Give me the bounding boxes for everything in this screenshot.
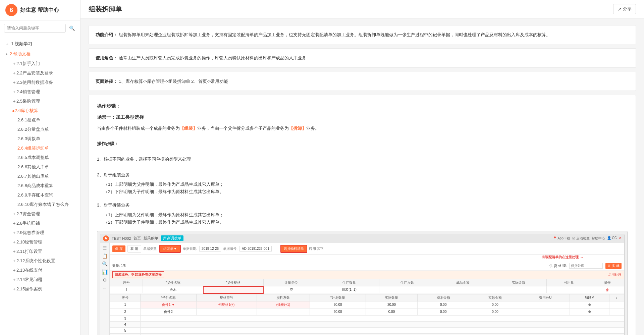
mock-type-select: 单据类型:: [143, 246, 158, 251]
mock-logo: 6: [103, 235, 109, 241]
sidebar-item-cost-adj[interactable]: 2.6.5成本调整单: [0, 153, 80, 162]
toggle-icon: ＋: [12, 258, 16, 264]
sidebar-item-mobile[interactable]: ＋ 2.8手机旺铺: [0, 219, 80, 228]
step3: 3、对于拆装业务: [97, 201, 628, 209]
toggle-icon: ＋: [12, 239, 16, 245]
step2: 2、对于组装业务: [97, 171, 628, 179]
share-button[interactable]: ↗ 分享: [613, 4, 636, 14]
mock-toolbar: 保 存 取 消 单据类型: 组装单▼ 单据日期: 2019-12-26 单据编号…: [110, 243, 624, 255]
mock-date-label: 单据日期:: [183, 246, 197, 251]
annotation1-text: 有装配清单的在这里处理: [542, 255, 579, 260]
mock-qty-label: 数量: 1/6: [112, 264, 125, 268]
search-button[interactable]: 🔍: [68, 25, 76, 32]
sidebar-item-ops[interactable]: ＋ 2.10经营管理: [0, 237, 80, 247]
sidebar-item-assembly[interactable]: 2.6.4组装拆卸单: [0, 144, 80, 153]
mock-topright: 📍 App下载 ☑ 启动检查 帮助中心 👤 CC ✕: [553, 236, 622, 241]
step3-list: （1）上部明细为父件明细，最终作为原材料生成其它出库单； （2）下部明细为子件明…: [97, 212, 628, 225]
role-text: 通常由生产人员或库管人员完成拆装业务的操作，库管人员确认原材料的出库和产成品的入…: [119, 55, 306, 60]
mock-cancel-btn[interactable]: 取 消: [127, 245, 141, 253]
mock-no-label: 单据编号:: [223, 246, 237, 251]
steps-block: 操作步骤： 场景一：加工类型选择 当由多个子件材料组装成一个成品的业务为【组装】…: [89, 95, 636, 335]
toggle-icon: ●: [12, 108, 15, 113]
mock-annot2-row: 组装业务、拆卸业务在这里选择 启用处理: [110, 271, 624, 279]
mock-nav2: 新采购单: [144, 236, 158, 241]
toggle-icon: ＋: [12, 220, 16, 226]
sidebar-item-cost-recalc[interactable]: 2.6.8商品成本重算: [0, 181, 80, 190]
top-bar: 组装拆卸单 ↗ 分享: [80, 0, 644, 18]
mock-annot1-row: 有装配清单的在这里处理 →: [110, 255, 624, 262]
sidebar-item-sales[interactable]: ＋ 2.4销售管理: [0, 87, 80, 97]
toggle-icon: ＋: [12, 211, 16, 217]
mock-annotation1-area: 选择物料清单 启 用 其它: [280, 245, 324, 253]
step2-list: （1）上部明细为父件明细，最终作为产成品生成其它入库单； （2）下部明细为子件明…: [97, 181, 628, 195]
sidebar-item-install[interactable]: ＋ 2.2产品安装及登录: [0, 68, 80, 78]
sidebar-item-partial-stock[interactable]: 2.6.2分量盘点单: [0, 125, 80, 134]
sidebar-label-video: 1.视频学习: [11, 41, 32, 47]
search-box: 🔍: [0, 20, 80, 36]
sidebar-item-video[interactable]: ＋ 1.视频学习: [0, 39, 80, 49]
sidebar-item-finance[interactable]: ＋ 2.7资金管理: [0, 209, 80, 219]
role-card: 使用角色： 通常由生产人员或库管人员完成拆装业务的操作，库管人员确认原材料的出库…: [89, 48, 636, 67]
sidebar-item-other-out[interactable]: 2.6.7其他出库单: [0, 172, 80, 181]
sidebar-item-newbie[interactable]: ＋ 2.1新手入门: [0, 59, 80, 68]
share-icon: ↗: [618, 6, 622, 12]
scenario1-title: 场景一：加工类型选择: [97, 113, 628, 121]
sidebar-item-inventory[interactable]: ● 2.6库存核算: [0, 106, 80, 115]
sidebar-item-faq[interactable]: ＋ 2.14常见问题: [0, 275, 80, 284]
mock-assembly-type-btn[interactable]: 组装单▼: [159, 245, 181, 253]
mock-upper-table: 序号 *父件名称 *父件规格 计量单位 生产数量 生产入数 成品金额 实际金额: [110, 279, 624, 294]
sidebar-item-cases[interactable]: ＋ 2.15操作案例: [0, 284, 80, 294]
toggle-icon: ＋: [12, 248, 16, 255]
ops-steps-title: 操作步骤：: [97, 140, 628, 148]
search-input[interactable]: [4, 24, 66, 33]
toggle-icon: ＋: [12, 89, 16, 95]
toggle-icon: ＋: [12, 286, 16, 292]
sidebar-item-other-in[interactable]: 2.6.6其他入库单: [0, 162, 80, 172]
mock-bom-btn[interactable]: 选择物料清单: [280, 245, 307, 253]
step2b: （2）下部明细为子件明细，最终作为原材料生成其它出库单。: [104, 189, 628, 195]
sidebar-item-ledger-query[interactable]: 2.6.9库存账本查询: [0, 190, 80, 200]
path-text: 1、库存核算->库存管理->组装拆卸单 2、首页->常用功能: [119, 79, 228, 84]
sidebar-item-payment[interactable]: ＋ 2.13在线支付: [0, 266, 80, 275]
mock-confirm-btn[interactable]: 立 实 就: [605, 263, 622, 269]
annotation2-text: 组装业务、拆卸业务在这里选择: [112, 271, 164, 278]
sidebar-item-print[interactable]: ＋ 2.11打印设置: [0, 247, 80, 256]
toggle-icon: ＋: [12, 70, 16, 76]
toggle-icon: ＋: [5, 42, 9, 47]
logo-text: 好生意 帮助中心: [20, 7, 59, 14]
mock-supplier-input[interactable]: [569, 263, 603, 269]
mock-btn-more: 启 用 其它: [309, 246, 324, 251]
sidebar-item-customize[interactable]: ＋ 2.12系统个性化设置: [0, 256, 80, 266]
sidebar-item-purchase[interactable]: ＋ 2.5采购管理: [0, 97, 80, 106]
sidebar-item-coupon[interactable]: ＋ 2.9优惠券管理: [0, 228, 80, 237]
mock-date-val: 2019-12-26: [199, 246, 221, 252]
scenario1-desc: 当由多个子件材料组装成一个成品的业务为【组装】业务，当由一个父件拆分成多个子产品…: [97, 124, 628, 132]
sidebar-item-transfer[interactable]: 2.6.3调拨单: [0, 134, 80, 144]
toggle-icon: ●: [5, 52, 8, 56]
ops-title: 操作步骤：: [97, 102, 628, 110]
intro-card: 功能介绍： 组装拆卸单用来处理企业组装或拆卸等加工业务，支持有固定装配清单的产品…: [89, 25, 636, 44]
sidebar-item-data[interactable]: ＋ 2.3使用前数据准备: [0, 78, 80, 87]
mock-active-nav: 库存调拨单: [161, 235, 183, 241]
sidebar-item-ledger-fix[interactable]: 2.6.10库存账本错了怎么办: [0, 200, 80, 209]
annotation3-text: 启用处理: [608, 272, 622, 277]
mock-no-val: AD-20191226-001: [239, 246, 272, 252]
logo-icon: 6: [5, 4, 17, 16]
intro-text: 组装拆卸单用来处理企业组装或拆卸等加工业务，支持有固定装配清单的产品加工业务，也…: [119, 32, 550, 37]
step3b: （2）下部明细为子件明细，最终作为产成品生成其它入库单。: [104, 219, 628, 225]
sidebar-item-docs[interactable]: ● 2.帮助文档: [0, 49, 80, 59]
main-content: 组装拆卸单 ↗ 分享 功能介绍： 组装拆卸单用来处理企业组装或拆卸等加工业务，支…: [80, 0, 644, 335]
mock-supplier-label: 供 货 处 理:: [549, 264, 567, 268]
mock-iconbar: ☰📋🔍📊⚙←: [100, 243, 110, 335]
sidebar-item-stocktake[interactable]: 2.6.1盘点单: [0, 115, 80, 125]
role-label: 使用角色：: [96, 55, 117, 60]
step3a: （1）上部明细为父件明细，最终作为原材料生成其它出库单；: [104, 212, 628, 218]
toggle-icon: ＋: [12, 230, 16, 236]
step1: 1、根据不同的业务，选择不同单据的类型来处理: [97, 155, 628, 163]
mock-lower-table: 序号 *子件名称 规格型号 损耗系数 *计划数量 实际数量 成本金额 实际金额: [110, 294, 624, 335]
path-label: 页面路径：: [96, 79, 117, 84]
mock-nav1: 首页: [133, 236, 141, 241]
screenshot-mockup: 6 TEST-H002 首页 新采购单 库存调拨单 📍 App下载 ☑ 启动检查…: [97, 231, 628, 335]
mock-titlebar-id: TEST-H002: [112, 236, 131, 240]
mock-save-btn[interactable]: 保 存: [112, 245, 125, 252]
